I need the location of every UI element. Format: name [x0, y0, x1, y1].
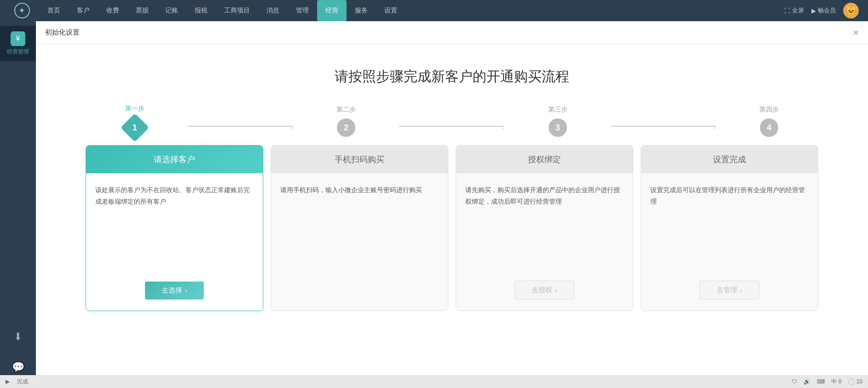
step-card-2: 手机扫码购买 请用手机扫码，输入小微企业主账号密码进行购买 [271, 145, 448, 311]
logo-icon: ✦ [14, 3, 30, 18]
card-4-body: 设置完成后可以在管理列表进行所有企业用户的经营管理 [641, 173, 818, 273]
nav-invoice[interactable]: 票据 [127, 0, 157, 21]
go-select-arrow: › [185, 287, 187, 294]
step-3-indicator: 第三步 3 [505, 106, 611, 137]
fullscreen-icon: ⛶ [784, 7, 790, 14]
card-3-header: 授权绑定 [456, 146, 633, 173]
play-status-icon: ▶ [6, 378, 10, 385]
step-2-label: 第二步 [336, 106, 356, 114]
main-content: 初始化设置 × 请按照步骤完成新客户的开通购买流程 第一步 1 › 第二步 [36, 21, 868, 375]
connector-1: › [188, 112, 294, 131]
card-4-header: 设置完成 [641, 146, 818, 173]
step-card-1: 请选择客户 该处展示的客户为不在回收站、客户状态正常建账后完成老板端绑定的所有客… [86, 145, 263, 311]
card-3-desc: 请先购买，购买后选择开通的产品中的企业用户进行授权绑定，成功后即可进行经营管理 [465, 186, 620, 205]
close-button[interactable]: × [853, 28, 859, 38]
line-1 [188, 126, 291, 127]
status-bar: ▶ 完成 🛡 🔊 ⌨ 中 0 🕙 10 [0, 375, 868, 388]
line-2 [399, 126, 503, 127]
clock-icon: 🕙 10 [848, 378, 862, 385]
nav-service[interactable]: 服务 [347, 0, 376, 21]
nav-fee[interactable]: 收费 [98, 0, 127, 21]
step-1-label: 第一步 [125, 105, 145, 113]
vip-btn[interactable]: ▶ 畅会员 [811, 6, 836, 15]
app-logo: ✦ [5, 3, 39, 18]
step-3-number: 3 [556, 123, 560, 133]
card-3-title: 授权绑定 [528, 155, 561, 164]
shield-icon: 🛡 [792, 378, 797, 385]
card-1-title: 请选择客户 [154, 155, 195, 164]
keyboard-icon: ⌨ [817, 378, 825, 385]
sidebar: ¥ 经营管理 ⬇ 💬 [0, 21, 36, 388]
sidebar-download[interactable]: ⬇ [10, 325, 26, 348]
nav-customer[interactable]: 客户 [69, 0, 98, 21]
nav-tax[interactable]: 报税 [186, 0, 216, 21]
step-1-circle: 1 [121, 113, 149, 142]
steps-indicator: 第一步 1 › 第二步 2 › [36, 105, 868, 138]
card-3-footer: 去授权 › [456, 273, 633, 311]
sidebar-operation[interactable]: ¥ 经营管理 [0, 26, 36, 61]
step-3-circle: 3 [549, 118, 567, 137]
yen-icon: ¥ [11, 31, 25, 46]
card-1-footer: 去选择 › [86, 274, 263, 311]
step-2-number: 2 [344, 123, 348, 133]
card-1-body: 该处展示的客户为不在回收站、客户状态正常建账后完成老板端绑定的所有客户 [86, 173, 263, 274]
fullscreen-label: 全屏 [792, 6, 804, 15]
connector-2: › [399, 112, 505, 131]
line-3 [611, 126, 714, 127]
nav-right: ⛶ 全屏 ▶ 畅会员 🐱 [784, 3, 859, 18]
nav-settings[interactable]: 设置 [376, 0, 405, 21]
nav-operation[interactable]: 经营 [317, 0, 347, 21]
sound-icon: 🔊 [804, 378, 810, 385]
chat-icon: 💬 [12, 361, 24, 373]
go-authorize-arrow: › [555, 286, 557, 294]
card-2-title: 手机扫码购买 [335, 155, 384, 164]
go-manage-arrow: › [740, 286, 742, 294]
go-manage-label: 去管理 [717, 286, 737, 294]
nav-message[interactable]: 消息 [258, 0, 288, 21]
nav-home[interactable]: 首页 [39, 0, 69, 21]
status-bar-right: 🛡 🔊 ⌨ 中 0 🕙 10 [792, 378, 862, 386]
page-header: 初始化设置 × [36, 21, 868, 44]
nav-accounting[interactable]: 记账 [157, 0, 186, 21]
step-1-indicator: 第一步 1 [82, 105, 188, 138]
step-3-label: 第三步 [548, 106, 567, 114]
step-4-label: 第四步 [759, 106, 779, 114]
arrow-1: › [290, 122, 294, 131]
card-2-body: 请用手机扫码，输入小微企业主账号密码进行购买 [271, 173, 448, 292]
step-1-number: 1 [133, 123, 137, 132]
card-4-desc: 设置完成后可以在管理列表进行所有企业用户的经营管理 [650, 186, 805, 205]
card-4-title: 设置完成 [713, 155, 746, 164]
card-4-footer: 去管理 › [641, 273, 818, 311]
status-text: 完成 [17, 378, 28, 386]
card-1-header: 请选择客户 [86, 146, 263, 173]
card-3-body: 请先购买，购买后选择开通的产品中的企业用户进行授权绑定，成功后即可进行经营管理 [456, 173, 633, 273]
nav-items: 首页 客户 收费 票据 记账 报税 工商项目 消息 管理 经营 服务 设置 [39, 0, 784, 21]
step-4-indicator: 第四步 4 [716, 106, 822, 137]
card-2-desc: 请用手机扫码，输入小微企业主账号密码进行购买 [280, 186, 422, 194]
download-icon: ⬇ [14, 331, 22, 343]
top-nav: ✦ 首页 客户 收费 票据 记账 报税 工商项目 消息 管理 经营 服务 设置 … [0, 0, 868, 21]
nav-manage[interactable]: 管理 [288, 0, 317, 21]
nav-business[interactable]: 工商项目 [216, 0, 258, 21]
wizard-title: 请按照步骤完成新客户的开通购买流程 [36, 44, 868, 105]
fullscreen-btn[interactable]: ⛶ 全屏 [784, 6, 804, 15]
go-authorize-button[interactable]: 去授权 › [515, 281, 574, 300]
arrow-2: › [502, 122, 505, 131]
cards-row: 请选择客户 该处展示的客户为不在回收站、客户状态正常建账后完成老板端绑定的所有客… [36, 145, 868, 311]
go-select-button[interactable]: 去选择 › [145, 282, 204, 300]
input-method: 中 0 [831, 378, 841, 386]
step-4-number: 4 [767, 123, 771, 133]
sidebar-label: 经营管理 [7, 48, 29, 56]
step-2-circle: 2 [337, 118, 355, 137]
go-authorize-label: 去授权 [532, 286, 552, 294]
connector-3: › [611, 112, 717, 131]
card-2-header: 手机扫码购买 [271, 146, 448, 173]
page-title: 初始化设置 [45, 28, 80, 37]
go-manage-button[interactable]: 去管理 › [700, 281, 759, 300]
user-avatar[interactable]: 🐱 [843, 3, 859, 18]
step-card-4: 设置完成 设置完成后可以在管理列表进行所有企业用户的经营管理 去管理 › [641, 145, 818, 311]
wizard-area: 请按照步骤完成新客户的开通购买流程 第一步 1 › 第二步 2 [36, 44, 868, 375]
step-2-indicator: 第二步 2 [293, 106, 399, 137]
go-select-label: 去选择 [162, 286, 182, 295]
play-icon: ▶ [811, 7, 816, 14]
